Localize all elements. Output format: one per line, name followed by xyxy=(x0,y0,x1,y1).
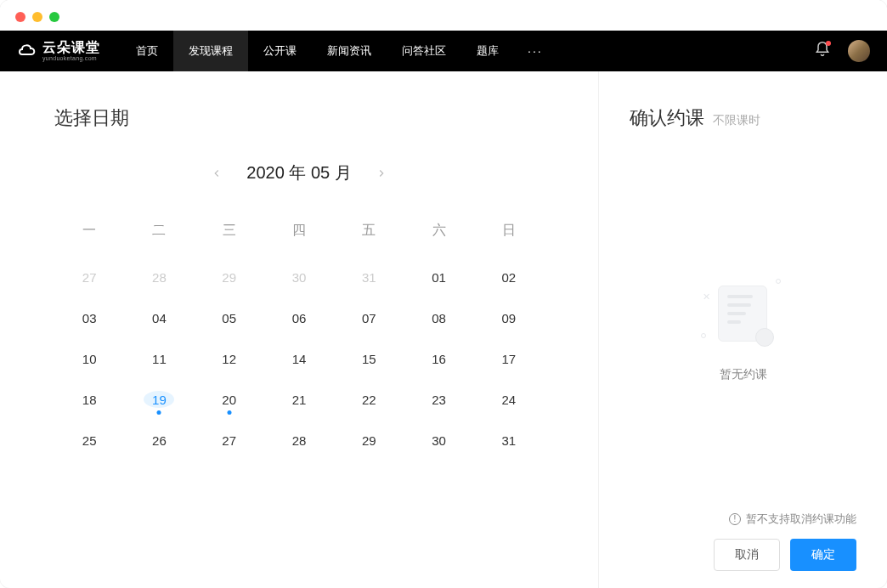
calendar-day[interactable]: 20 xyxy=(195,379,264,420)
nav-item[interactable]: 首页 xyxy=(121,31,173,71)
calendar-day[interactable]: 21 xyxy=(264,379,334,420)
weekday-label: 二 xyxy=(124,210,194,257)
calendar-day[interactable]: 06 xyxy=(264,297,334,338)
logo-text: 云朵课堂 xyxy=(42,41,100,54)
notification-bell-icon[interactable] xyxy=(814,41,831,61)
weekday-label: 三 xyxy=(195,210,264,257)
calendar-day[interactable]: 15 xyxy=(334,338,404,379)
nav-item[interactable]: 发现课程 xyxy=(173,31,248,71)
minimize-window-button[interactable] xyxy=(32,12,42,22)
weekday-label: 五 xyxy=(334,210,404,257)
nav-item[interactable]: 问答社区 xyxy=(387,31,461,71)
calendar-day[interactable]: 08 xyxy=(404,297,473,338)
calendar-grid: 一二三四五六日272829303101020304050607080910111… xyxy=(54,210,544,461)
calendar-day[interactable]: 29 xyxy=(195,257,264,297)
calendar-day[interactable]: 27 xyxy=(54,257,124,297)
calendar-day[interactable]: 28 xyxy=(124,257,194,297)
empty-illustration-icon: ✕ xyxy=(701,277,786,353)
weekday-label: 一 xyxy=(54,210,124,257)
next-month-button[interactable] xyxy=(376,167,387,179)
calendar-day[interactable]: 25 xyxy=(54,420,124,461)
calendar-day[interactable]: 11 xyxy=(124,338,194,379)
confirm-title: 确认约课 xyxy=(630,105,704,131)
calendar-day[interactable]: 12 xyxy=(195,338,264,379)
cancel-button[interactable]: 取消 xyxy=(714,539,780,571)
booking-confirm-panel: 确认约课 不限课时 ✕ 暂无约课 xyxy=(598,71,887,588)
logo-icon xyxy=(17,41,37,61)
nav-item[interactable]: 题库 xyxy=(461,31,514,71)
close-window-button[interactable] xyxy=(15,12,25,22)
window-controls xyxy=(0,0,887,31)
calendar-day[interactable]: 27 xyxy=(195,420,264,461)
cancel-unavailable-notice: ! 暂不支持取消约课功能 xyxy=(630,512,856,527)
calendar-day[interactable]: 31 xyxy=(334,257,404,297)
calendar-day[interactable]: 28 xyxy=(264,420,334,461)
main-nav: 首页发现课程公开课新闻资讯问答社区题库 xyxy=(121,31,514,71)
empty-text: 暂无约课 xyxy=(720,367,767,382)
confirm-button[interactable]: 确定 xyxy=(790,539,856,571)
weekday-label: 日 xyxy=(474,210,544,257)
top-navigation-bar: 云朵课堂 yunduoketang.com 首页发现课程公开课新闻资讯问答社区题… xyxy=(0,31,887,71)
calendar-day[interactable]: 30 xyxy=(404,420,473,461)
calendar-day[interactable]: 29 xyxy=(334,420,404,461)
maximize-window-button[interactable] xyxy=(49,12,59,22)
month-label: 2020 年 05 月 xyxy=(246,161,351,184)
notification-dot xyxy=(826,41,831,46)
date-select-title: 选择日期 xyxy=(54,105,544,131)
user-avatar[interactable] xyxy=(848,40,870,62)
weekday-label: 六 xyxy=(404,210,473,257)
info-icon: ! xyxy=(729,513,741,525)
calendar-day[interactable]: 09 xyxy=(474,297,544,338)
weekday-label: 四 xyxy=(264,210,334,257)
calendar-day[interactable]: 30 xyxy=(264,257,334,297)
logo-subtext: yunduoketang.com xyxy=(42,55,100,61)
calendar-day[interactable]: 02 xyxy=(474,257,544,297)
calendar-day[interactable]: 07 xyxy=(334,297,404,338)
calendar-day[interactable]: 19 xyxy=(124,379,194,420)
calendar-day[interactable]: 05 xyxy=(195,297,264,338)
calendar-day[interactable]: 26 xyxy=(124,420,194,461)
event-dot xyxy=(227,410,231,415)
calendar-day[interactable]: 14 xyxy=(264,338,334,379)
nav-item[interactable]: 新闻资讯 xyxy=(312,31,387,71)
calendar-day[interactable]: 17 xyxy=(474,338,544,379)
nav-more-icon[interactable]: ··· xyxy=(514,44,556,58)
notice-text: 暂不支持取消约课功能 xyxy=(746,512,856,527)
empty-state: ✕ 暂无约课 xyxy=(630,148,856,512)
confirm-subtitle: 不限课时 xyxy=(713,113,760,128)
calendar-day[interactable]: 23 xyxy=(404,379,473,420)
calendar-day[interactable]: 16 xyxy=(404,338,473,379)
nav-item[interactable]: 公开课 xyxy=(248,31,312,71)
date-select-panel: 选择日期 2020 年 05 月 一二三四五六日2728293031010203… xyxy=(0,71,598,588)
prev-month-button[interactable] xyxy=(211,167,223,179)
calendar-day[interactable]: 01 xyxy=(404,257,473,297)
calendar-day[interactable]: 18 xyxy=(54,379,124,420)
calendar-day[interactable]: 10 xyxy=(54,338,124,379)
calendar-day[interactable]: 04 xyxy=(124,297,194,338)
calendar-day[interactable]: 24 xyxy=(474,379,544,420)
logo[interactable]: 云朵课堂 yunduoketang.com xyxy=(17,41,100,61)
calendar-day[interactable]: 31 xyxy=(474,420,544,461)
event-dot xyxy=(157,410,161,415)
calendar-day[interactable]: 22 xyxy=(334,379,404,420)
calendar-day[interactable]: 03 xyxy=(54,297,124,338)
